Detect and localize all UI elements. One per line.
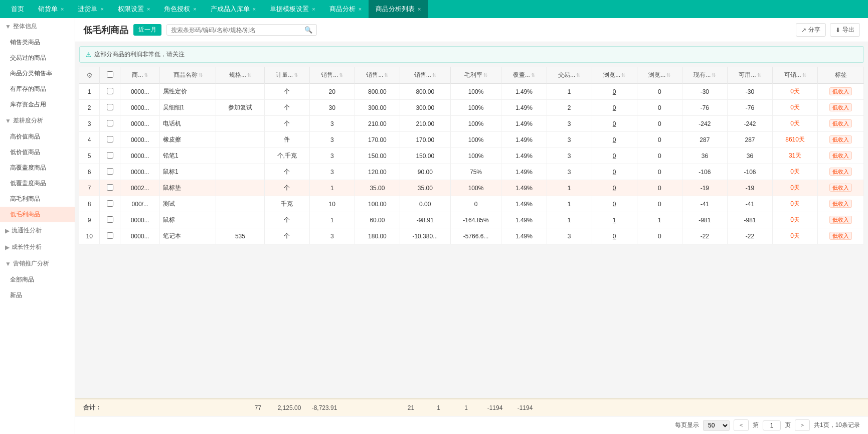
sort-view1-icon[interactable]: ⇅: [621, 72, 625, 78]
close-product-analysis-icon[interactable]: ×: [359, 6, 362, 12]
view-link[interactable]: 0: [613, 233, 616, 240]
sidebar-group-flow[interactable]: ▶ 流通性分析: [0, 222, 75, 239]
sidebar-item-traded-goods[interactable]: 交易过的商品: [0, 50, 75, 66]
close-purchase-icon[interactable]: ×: [100, 6, 103, 12]
row-select-checkbox[interactable]: [107, 232, 113, 239]
sort-unit-icon[interactable]: ⇅: [294, 72, 298, 78]
row-view2: 0: [637, 84, 682, 100]
sidebar-item-low-coverage[interactable]: 低覆盖度商品: [0, 176, 75, 191]
nav-sales[interactable]: 销货单 ×: [31, 0, 71, 18]
sidebar-item-category-rate[interactable]: 商品分类销售率: [0, 66, 75, 81]
row-select-checkbox[interactable]: [107, 216, 113, 223]
view-link[interactable]: 0: [613, 169, 616, 176]
sidebar-item-all-goods[interactable]: 全部商品: [0, 272, 75, 287]
row-sales-amount: 0.00: [400, 196, 450, 212]
search-icon[interactable]: 🔍: [304, 26, 312, 34]
view-link[interactable]: 0: [613, 120, 616, 127]
sidebar-item-new-goods[interactable]: 新品: [0, 287, 75, 303]
sort-view2-icon[interactable]: ⇅: [666, 72, 670, 78]
sort-spec-icon[interactable]: ⇅: [247, 72, 251, 78]
select-all-checkbox[interactable]: [107, 71, 113, 78]
sidebar-group-marketing[interactable]: ▼ 营销推广分析: [0, 255, 75, 272]
row-spec: [216, 164, 264, 180]
sort-code-icon[interactable]: ⇅: [144, 72, 148, 78]
view-link[interactable]: 0: [613, 201, 616, 208]
row-code: 0000...: [120, 164, 160, 180]
view-link[interactable]: 0: [613, 136, 616, 143]
nav-roles[interactable]: 角色授权 ×: [157, 0, 203, 18]
sort-name-icon[interactable]: ⇅: [199, 72, 203, 78]
close-roles-icon[interactable]: ×: [193, 6, 196, 12]
close-product-analysis-list-icon[interactable]: ×: [418, 6, 421, 12]
sidebar-group-growth[interactable]: ▶ 成长性分析: [0, 239, 75, 255]
row-select-checkbox[interactable]: [107, 152, 113, 159]
nav-product-analysis-list[interactable]: 商品分析列表 ×: [369, 0, 428, 18]
view-link[interactable]: 0: [613, 153, 616, 160]
row-available: -242: [727, 116, 772, 132]
sidebar-item-high-margin[interactable]: 高毛利商品: [0, 191, 75, 207]
search-input[interactable]: [171, 27, 304, 34]
row-name: 鼠标垫: [160, 180, 216, 196]
sidebar-item-low-margin[interactable]: 低毛利商品: [0, 207, 75, 222]
sort-available-icon[interactable]: ⇅: [757, 72, 761, 78]
sidebar-item-sales-goods[interactable]: 销售类商品: [0, 35, 75, 50]
per-page-select[interactable]: 50 100 200: [703, 420, 730, 431]
close-product-in-icon[interactable]: ×: [253, 6, 256, 12]
view-link[interactable]: 0: [613, 104, 616, 111]
sort-sellable-icon[interactable]: ⇅: [802, 72, 806, 78]
sort-sales-qty-icon[interactable]: ⇅: [339, 72, 343, 78]
sidebar-group-diff-analysis[interactable]: ▼ 差耕度分析: [0, 112, 75, 129]
row-select-checkbox[interactable]: [107, 168, 113, 175]
row-sales-amount: 300.00: [400, 100, 450, 116]
row-select-checkbox[interactable]: [107, 184, 113, 191]
row-coverage: 1.49%: [501, 180, 547, 196]
row-select-checkbox[interactable]: [107, 120, 113, 126]
col-gross-rate: 毛利率⇅: [450, 67, 501, 84]
next-page-button[interactable]: ＞: [795, 419, 810, 431]
page-input[interactable]: [763, 420, 781, 430]
col-checkbox: [100, 67, 120, 84]
sidebar-group-overall[interactable]: ▼ 整体信息: [0, 18, 75, 35]
close-template-icon[interactable]: ×: [312, 6, 315, 12]
nav-product-analysis[interactable]: 商品分析 ×: [322, 0, 369, 18]
col-spec: 规格...⇅: [216, 67, 264, 84]
settings-icon[interactable]: ⚙: [86, 71, 93, 79]
sort-trade-icon[interactable]: ⇅: [576, 72, 580, 78]
sort-current-icon[interactable]: ⇅: [712, 72, 716, 78]
sort-sales-price-icon[interactable]: ⇅: [384, 72, 388, 78]
row-select-checkbox[interactable]: [107, 136, 113, 142]
tag-badge: 低收入: [829, 103, 852, 111]
sidebar-item-stock-capital[interactable]: 库存资金占用: [0, 97, 75, 112]
col-settings[interactable]: ⚙: [79, 67, 100, 84]
sort-gross-icon[interactable]: ⇅: [483, 72, 487, 78]
col-sales-amount: 销售...⇅: [400, 67, 450, 84]
sidebar-item-low-value[interactable]: 低价值商品: [0, 144, 75, 160]
row-select-checkbox[interactable]: [107, 104, 113, 110]
footer-available: -1194: [510, 404, 540, 411]
nav-product-in[interactable]: 产成品入库单 ×: [204, 0, 263, 18]
row-select-checkbox[interactable]: [107, 88, 113, 94]
nav-home[interactable]: 首页: [4, 0, 31, 18]
row-sales-price: 35.00: [355, 180, 400, 196]
nav-purchase[interactable]: 进货单 ×: [71, 0, 110, 18]
row-select-checkbox[interactable]: [107, 200, 113, 207]
prev-page-button[interactable]: ＜: [734, 419, 749, 431]
row-name: 鼠标1: [160, 164, 216, 180]
share-button[interactable]: ↗ 分享: [796, 23, 826, 37]
export-button[interactable]: ⬇ 导出: [830, 23, 860, 37]
sidebar-item-high-value[interactable]: 高价值商品: [0, 129, 75, 144]
close-sales-icon[interactable]: ×: [61, 6, 64, 12]
view-link[interactable]: 1: [613, 217, 616, 224]
sort-sales-amount-icon[interactable]: ⇅: [432, 72, 436, 78]
nav-template[interactable]: 单据模板设置 ×: [263, 0, 322, 18]
close-permissions-icon[interactable]: ×: [147, 6, 150, 12]
view-link[interactable]: 0: [613, 88, 616, 95]
sidebar-item-high-coverage[interactable]: 高覆盖度商品: [0, 160, 75, 176]
row-gross-rate: -164.85%: [450, 212, 501, 228]
date-filter-button[interactable]: 近一月: [133, 24, 161, 36]
sidebar-item-stock-goods[interactable]: 有库存的商品: [0, 81, 75, 97]
row-checkbox: [100, 132, 120, 148]
sort-coverage-icon[interactable]: ⇅: [531, 72, 535, 78]
nav-permissions[interactable]: 权限设置 ×: [111, 0, 157, 18]
view-link[interactable]: 0: [613, 185, 616, 192]
